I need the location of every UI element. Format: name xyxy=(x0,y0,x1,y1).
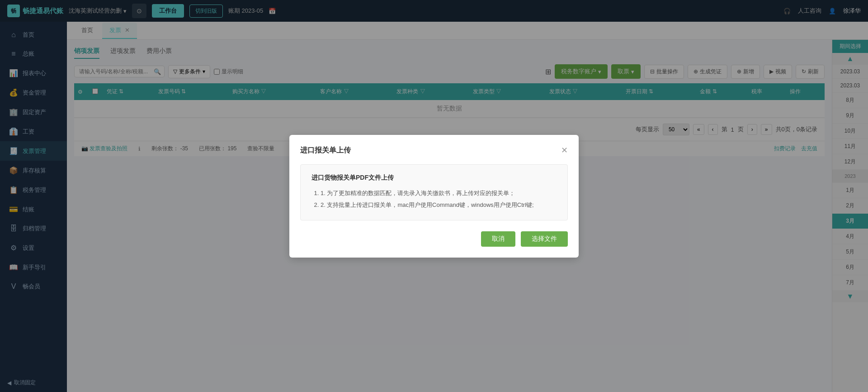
modal-box: 进口报关单上传 ✕ 进口货物报关单PDF文件上传 1. 为了更加精准的数据匹配，… xyxy=(289,135,579,258)
modal-overlay[interactable]: 进口报关单上传 ✕ 进口货物报关单PDF文件上传 1. 为了更加精准的数据匹配，… xyxy=(0,0,868,392)
modal-close-button[interactable]: ✕ xyxy=(561,146,568,154)
modal-select-file-button[interactable]: 选择文件 xyxy=(521,231,568,247)
modal-body-title: 进口货物报关单PDF文件上传 xyxy=(311,174,557,182)
instruction-item: 2. 支持批量上传进口报关单，mac用户使用Command键，windows用户… xyxy=(321,199,557,211)
modal-footer: 取消 选择文件 xyxy=(300,231,568,247)
modal-header: 进口报关单上传 ✕ xyxy=(300,146,568,155)
modal-body: 进口货物报关单PDF文件上传 1. 为了更加精准的数据匹配，请先录入海关缴款书，… xyxy=(300,164,568,220)
modal-instructions: 1. 为了更加精准的数据匹配，请先录入海关缴款书，再上传对应的报关单；2. 支持… xyxy=(311,187,557,211)
modal-title: 进口报关单上传 xyxy=(300,146,351,155)
modal-cancel-button[interactable]: 取消 xyxy=(481,231,515,247)
instruction-item: 1. 为了更加精准的数据匹配，请先录入海关缴款书，再上传对应的报关单； xyxy=(321,187,557,199)
